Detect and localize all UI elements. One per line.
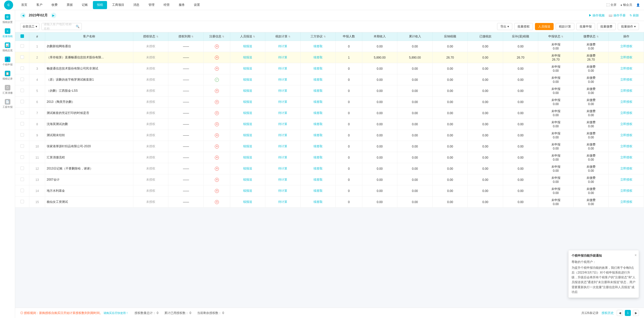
col-header-tax-calc[interactable]: 税款计算 ⇅ [265,32,301,41]
member-btn[interactable]: ♦ 畅会员 [621,3,632,7]
tri-link[interactable]: 续签取 [314,133,323,137]
operation-manual-btn[interactable]: 📖 操作手册 [609,13,625,18]
row-checkbox[interactable] [20,133,24,137]
tri-link[interactable]: 续签取 [314,100,323,104]
employee-filter-select[interactable]: 全部员工 ▾ [20,23,39,30]
row-checkbox[interactable] [20,111,24,114]
row-checkbox[interactable] [20,144,24,148]
personnel-link[interactable]: 续报送 [243,100,252,104]
refresh-btn[interactable]: ↻ 刷新 [630,13,639,18]
row-action-btn[interactable]: 立即授权 [620,100,632,104]
personnel-link[interactable]: 续报送 [243,89,252,92]
auth-history-link[interactable]: 授权历史 [602,311,614,315]
row-action-btn[interactable]: 立即授权 [620,200,632,204]
col-header-auth-expire[interactable]: 授权到期 ⇅ [168,32,204,41]
col-header-personnel[interactable]: 人员报送 ⇅ [230,32,265,41]
row-action-btn[interactable]: 立即授权 [620,67,632,70]
row-checkbox[interactable] [20,178,24,181]
period-next-btn[interactable]: ▶ [51,13,56,18]
row-checkbox[interactable] [20,55,24,59]
row-checkbox[interactable] [20,155,24,159]
tax-calc-link[interactable]: 待计算 [278,122,287,126]
personnel-link[interactable]: 续报送 [243,111,252,115]
col-header-report-status[interactable]: 申报状态 ⇅ [538,32,574,41]
tax-calc-link[interactable]: 待计算 [278,189,287,192]
tri-link[interactable]: 续签取 [314,122,323,126]
col-header-tri-agreement[interactable]: 三方协议 ⇅ [300,32,336,41]
row-action-btn[interactable]: 立即授权 [620,189,632,192]
row-checkbox[interactable] [20,200,24,203]
row-checkbox[interactable] [20,78,24,81]
nav-billing[interactable]: 收费 [47,1,62,9]
tri-link[interactable]: 续签取 [314,178,323,181]
purchase-link[interactable]: 请购买后尽快使用！ [104,311,128,314]
personnel-link[interactable]: 续报送 [243,167,252,170]
row-checkbox[interactable] [20,122,24,126]
row-action-btn[interactable]: 立即授权 [620,133,632,137]
search-input[interactable]: 请输入客户地区/名称名称 🔍 [41,23,82,30]
personnel-link[interactable]: 续报送 [243,67,252,70]
sidebar-item-batch-tax[interactable]: ≡ 批量报税 [1,26,14,40]
col-header-reg-info[interactable]: 注册信息 ⇅ [203,32,230,41]
sidebar-item-annual-clear[interactable]: 🗒 汇算清缴 [1,83,14,96]
tax-calc-link[interactable]: 待计算 [278,56,287,59]
nav-customer[interactable]: 客户 [32,1,46,9]
nav-operations[interactable]: 经营 [160,1,174,9]
batch-auth-btn[interactable]: 批量授权 [514,23,533,30]
tri-link[interactable]: 续签取 [314,67,323,70]
row-action-btn[interactable]: 立即授权 [620,44,632,48]
personnel-link[interactable]: 续报送 [243,189,252,192]
row-checkbox[interactable] [20,89,24,92]
sidebar-item-tax-overview[interactable]: 📊 报税总览 [1,40,14,54]
sidebar-item-tax-records[interactable]: 📋 报税记录 [1,69,14,82]
tri-link[interactable]: 续签取 [314,189,323,192]
row-checkbox[interactable] [20,66,24,70]
nav-home[interactable]: 首页 [17,1,31,9]
col-header-auth-status[interactable]: 授权状态 ⇅ [133,32,168,41]
row-action-btn[interactable]: 立即授权 [620,89,632,92]
tax-calc-link[interactable]: 待计算 [278,44,287,48]
tri-link[interactable]: 续签取 [314,44,323,48]
tax-calc-link[interactable]: 待计算 [278,67,287,70]
nav-settings[interactable]: 设置 [190,1,204,9]
nav-manage[interactable]: 管理 [144,1,159,9]
row-action-btn[interactable]: 立即授权 [620,78,632,81]
sidebar-item-personal-tax[interactable]: 👤 个税申报 [1,55,14,68]
personnel-link[interactable]: 续报送 [243,44,252,48]
page-prev-btn[interactable]: ◀ [617,310,623,316]
tax-calc-link[interactable]: 待计算 [278,178,287,181]
row-action-btn[interactable]: 立即授权 [620,144,632,148]
notification-close-btn[interactable]: × [635,252,637,258]
tax-calc-link[interactable]: 待计算 [278,144,287,148]
batch-pay-btn[interactable]: 批量缴费 [597,23,616,30]
tax-calc-link[interactable]: 待计算 [278,78,287,81]
personnel-link[interactable]: 续报送 [243,178,252,181]
row-action-btn[interactable]: 立即授权 [620,122,632,126]
row-action-btn[interactable]: 立即授权 [620,56,632,59]
tri-link[interactable]: 续签取 [314,56,323,59]
tax-calc-link[interactable]: 待计算 [278,200,287,204]
personnel-link[interactable]: 续报送 [243,156,252,159]
fullscreen-btn[interactable]: ⛶ 全屏 [606,3,616,7]
personnel-link[interactable]: 续报送 [243,78,252,81]
nav-tax[interactable]: 报税 [93,1,107,9]
tri-link[interactable]: 续签取 [314,78,323,81]
nav-invoice[interactable]: 票据 [63,1,77,9]
tax-calc-btn[interactable]: 税款计算 [556,23,574,30]
tax-calc-link[interactable]: 待计算 [278,89,287,92]
personal-report-btn[interactable]: 人员报送 [535,23,554,30]
row-checkbox[interactable] [20,44,24,48]
page-1-btn[interactable]: 1 [625,310,631,316]
tri-link[interactable]: 续签取 [314,167,323,170]
col-header-pay-status[interactable]: 缴费状态 ⇅ [573,32,609,41]
row-action-btn[interactable]: 立即授权 [620,167,632,170]
period-prev-btn[interactable]: ◀ [20,13,26,18]
personnel-link[interactable]: 续报送 [243,133,252,137]
row-checkbox[interactable] [20,100,24,103]
personnel-link[interactable]: 续报送 [243,122,252,126]
page-next-btn[interactable]: ▶ [633,310,639,316]
tax-calc-link[interactable]: 待计算 [278,111,287,115]
tri-link[interactable]: 续签取 [314,156,323,159]
personnel-link[interactable]: 续报送 [243,144,252,148]
row-action-btn[interactable]: 立即授权 [620,156,632,159]
